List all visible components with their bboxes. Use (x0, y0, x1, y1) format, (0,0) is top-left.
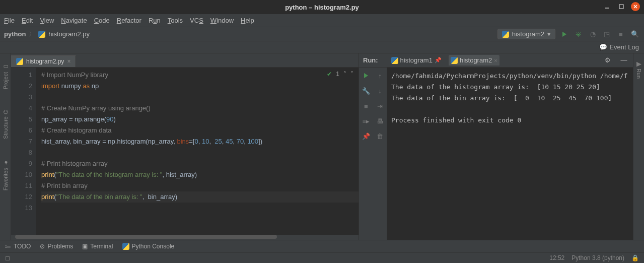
run-tab-bar: Run: histogram1📌histogram2× ⚙ — (359, 53, 633, 68)
menu-view[interactable]: View (40, 17, 54, 24)
right-tool-strip: ▶ Run (633, 53, 644, 240)
modify-run-config-button[interactable]: 🔧 (361, 86, 371, 96)
run-toolbar-secondary: ↑ ↓ ⇥ 🖶 🗑 (373, 68, 387, 240)
profile-button[interactable]: ◳ (602, 29, 612, 39)
code-area[interactable]: # Import NumPy libraryimport numpy as np… (36, 68, 359, 235)
check-icon: ✔ (327, 71, 332, 78)
event-log-row: 💬 Event Log (0, 41, 644, 53)
menu-tools[interactable]: Tools (168, 17, 183, 24)
tool-window-structure[interactable]: Structure ⌬ (2, 109, 9, 139)
clear-all-button[interactable]: 🗑 (375, 131, 385, 141)
menu-file[interactable]: File (4, 17, 15, 24)
lock-icon[interactable]: 🔒 (631, 254, 639, 261)
tool-window-todo[interactable]: ≔ TODO (5, 243, 31, 250)
python-file-icon (38, 31, 45, 38)
run-with-coverage-button[interactable]: ◔ (588, 29, 598, 39)
breadcrumb[interactable]: python 〉 histogram2.py (4, 30, 90, 39)
editor-tab-label: histogram2.py (26, 58, 64, 65)
layout-button[interactable]: ≡▸ (361, 116, 371, 126)
run-panel-title: Run: (363, 56, 378, 64)
editor-pane: histogram2.py × 12345678910111213 # Impo… (11, 53, 359, 240)
debug-button[interactable]: ⛯ (574, 29, 584, 39)
run-config-selector[interactable]: histogram2 ▾ (497, 29, 555, 39)
run-tab-histogram1[interactable]: histogram1📌 (389, 55, 444, 65)
expand-run-button[interactable]: ▶ (634, 58, 644, 69)
hide-run-button[interactable]: — (619, 55, 629, 65)
menu-bar: File Edit View Navigate Code Refactor Ru… (0, 14, 644, 27)
close-icon[interactable]: × (494, 57, 497, 63)
python-file-icon (502, 31, 509, 38)
menu-navigate[interactable]: Navigate (61, 17, 87, 24)
cursor-position[interactable]: 12:52 (549, 254, 564, 261)
run-tab-histogram2[interactable]: histogram2× (449, 55, 499, 65)
chevron-up-icon[interactable]: ˄ (343, 71, 346, 78)
status-bar: ◻ 12:52 Python 3.8 (python) 🔒 (0, 252, 644, 263)
menu-window[interactable]: Window (210, 17, 234, 24)
python-file-icon (451, 57, 458, 64)
event-log-button[interactable]: 💬 Event Log (599, 43, 639, 51)
rerun-button[interactable] (361, 71, 371, 81)
tool-window-problems[interactable]: ⊘ Problems (40, 243, 73, 250)
speech-bubble-icon: 💬 (599, 43, 607, 51)
tool-window-python-console[interactable]: Python Console (122, 243, 175, 250)
breadcrumb-separator-icon: 〉 (29, 30, 35, 39)
menu-edit[interactable]: Edit (22, 17, 33, 24)
window-close-button[interactable] (631, 2, 640, 11)
menu-code[interactable]: Code (94, 17, 110, 24)
chevron-down-icon: ▾ (547, 30, 551, 38)
inspection-widget[interactable]: ✔ 1 ˄ ˅ (327, 71, 353, 78)
event-log-label: Event Log (609, 43, 639, 51)
window-title: python – histogram2.py (285, 4, 359, 11)
scroll-up-button[interactable]: ↑ (375, 71, 385, 81)
search-everywhere-button[interactable]: 🔍 (630, 29, 640, 39)
soft-wrap-button[interactable]: ⇥ (375, 101, 385, 111)
window-titlebar: python – histogram2.py (0, 0, 644, 14)
svg-rect-1 (619, 5, 623, 9)
menu-refactor[interactable]: Refactor (117, 17, 141, 24)
pin-tab-button[interactable]: 📌 (361, 131, 371, 141)
bottom-tool-strip: ≔ TODO ⊘ Problems ▣ Terminal Python Cons… (0, 240, 644, 252)
horizontal-scrollbar[interactable] (11, 235, 359, 240)
scroll-down-button[interactable]: ↓ (375, 86, 385, 96)
chevron-down-icon[interactable]: ˅ (350, 71, 353, 78)
print-button[interactable]: 🖶 (375, 116, 385, 126)
breadcrumb-root[interactable]: python (4, 30, 26, 38)
menu-run[interactable]: Run (149, 17, 161, 24)
close-tab-icon[interactable]: × (67, 58, 70, 65)
window-maximize-button[interactable] (617, 2, 626, 11)
main-split: Project ▭ Structure ⌬ Favorites ★ histog… (0, 53, 644, 240)
tool-window-terminal[interactable]: ▣ Terminal (82, 243, 113, 250)
inspection-count: 1 (336, 71, 339, 78)
tool-window-run-right[interactable]: Run (636, 69, 642, 79)
navigation-bar: python 〉 histogram2.py histogram2 ▾ ⛯ ◔ … (0, 27, 644, 41)
line-number-gutter: 12345678910111213 (11, 68, 36, 235)
run-settings-button[interactable]: ⚙ (603, 55, 613, 65)
menu-vcs[interactable]: VCS (190, 17, 203, 24)
run-button[interactable] (559, 29, 569, 39)
status-left[interactable]: ◻ (5, 254, 10, 261)
pin-icon: 📌 (435, 57, 442, 63)
menu-help[interactable]: Help (241, 17, 254, 24)
left-tool-strip: Project ▭ Structure ⌬ Favorites ★ (0, 53, 11, 240)
tool-window-project[interactable]: Project ▭ (2, 63, 9, 89)
tool-window-favorites[interactable]: Favorites ★ (2, 159, 9, 190)
run-toolbar-primary: 🔧 ■ ≡▸ 📌 (359, 68, 373, 240)
interpreter-label[interactable]: Python 3.8 (python) (571, 254, 624, 261)
run-tool-window: Run: histogram1📌histogram2× ⚙ — 🔧 ■ ≡▸ 📌… (359, 53, 633, 240)
python-file-icon (391, 57, 398, 64)
editor-body[interactable]: 12345678910111213 # Import NumPy library… (11, 68, 359, 235)
editor-tab-histogram2[interactable]: histogram2.py × (11, 55, 76, 67)
stop-run-button[interactable]: ■ (361, 101, 371, 111)
run-config-name: histogram2 (512, 30, 544, 38)
python-icon (122, 243, 129, 250)
python-file-icon (16, 58, 23, 65)
console-output[interactable]: /home/fahmida/PycharmProjects/python/ven… (387, 68, 633, 240)
stop-button[interactable]: ■ (616, 29, 626, 39)
breadcrumb-file[interactable]: histogram2.py (48, 30, 90, 38)
window-minimize-button[interactable] (603, 2, 612, 11)
editor-tab-bar: histogram2.py × (11, 53, 359, 68)
